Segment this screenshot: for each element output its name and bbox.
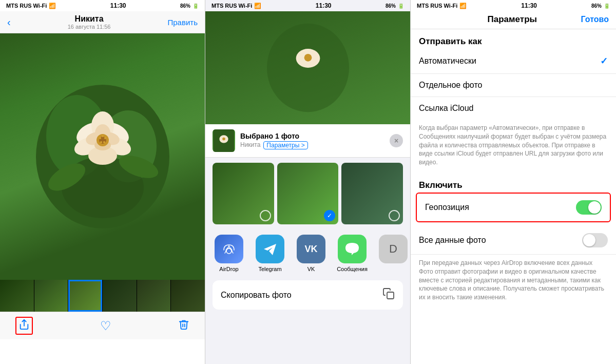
option-single-photo[interactable]: Отдельное фото [411,74,616,97]
vk-text: VK [304,244,317,255]
status-right-3: 86% 🔋 [591,3,610,9]
messages-label: Сообщения [337,266,368,272]
time-2: 11:30 [316,2,332,9]
photo-date: 16 августа 11:56 [68,24,111,30]
back-chevron-icon: ‹ [7,16,11,28]
flower-svg [36,85,169,228]
more-dots: D [389,242,397,256]
app-item-more[interactable]: D [377,235,410,272]
copy-photo-label: Скопировать фото [221,291,292,300]
share-button[interactable] [15,317,33,335]
include-section: Включить [411,173,616,193]
app-item-telegram[interactable]: Telegram [254,235,286,272]
status-left-3: MTS RUS Wi-Fi 📶 [417,3,467,9]
svg-rect-33 [387,292,394,299]
svg-point-31 [222,138,225,141]
photos-grid: ✓ [205,158,410,229]
carrier-3: MTS RUS Wi-Fi [417,3,457,9]
battery-icon-2: 🔋 [398,3,404,9]
thumbnail-1[interactable] [0,280,34,312]
all-data-toggle-knob [583,234,595,246]
share-apps-row: AirDrop Telegram VK VK Сообще [205,229,410,277]
telegram-label: Telegram [258,266,281,272]
share-title: Выбрано 1 фото [240,132,384,140]
time-1: 11:30 [110,2,126,9]
airdrop-icon [215,235,243,263]
app-item-messages[interactable]: Сообщения [336,235,369,272]
grid-photo-3[interactable] [341,163,403,224]
status-bar-3: MTS RUS Wi-Fi 📶 11:30 86% 🔋 [411,0,616,11]
grid-photo-2[interactable]: ✓ [277,163,339,224]
back-button-1[interactable]: ‹ [7,16,11,28]
thumbnail-5[interactable] [137,280,171,312]
phone2-share-sheet: MTS RUS Wi-Fi 📶 11:30 86% 🔋 Выбрано 1 фо… [205,0,411,364]
all-data-toggle[interactable] [582,233,608,247]
select-checkmark-2: ✓ [324,210,335,221]
thumbnail-strip [0,280,205,312]
status-left-2: MTS RUS Wi-Fi 📶 [211,3,261,9]
time-3: 11:30 [521,2,537,9]
geo-row: Геопозиция [416,193,611,222]
edit-button-1[interactable]: Править [168,18,198,27]
wifi-icon: 📶 [49,3,56,9]
wifi-icon-2: 📶 [254,3,261,9]
more-icon: D [379,235,408,263]
svg-point-23 [100,141,102,143]
grid-photo-1[interactable] [213,163,274,224]
status-bar-1: MTS RUS Wi-Fi 📶 11:30 86% 🔋 [0,0,205,11]
settings-nav: Параметры Готово [411,11,616,29]
phone1-photo-viewer: MTS RUS Wi-Fi 📶 11:30 86% 🔋 ‹ Никита 16 … [0,0,205,364]
telegram-icon [256,235,284,263]
settings-title: Параметры [444,14,581,25]
close-button[interactable]: × [390,134,403,147]
svg-point-21 [104,137,106,139]
select-circle-1 [260,210,271,221]
app-item-airdrop[interactable]: AirDrop [213,235,245,272]
battery-pct-3: 86% [591,3,602,9]
toggle-knob [588,201,601,214]
send-as-section: Отправить как [411,29,616,49]
copy-icon [382,288,395,302]
app-item-vk[interactable]: VK VK [295,235,328,272]
vk-label: VK [307,266,315,272]
option-auto-label: Автоматически [419,56,476,66]
copy-photo-action[interactable]: Скопировать фото [213,280,403,310]
params-button[interactable]: Параметры > [263,141,307,149]
done-button[interactable]: Готово [581,15,609,24]
share-info: Выбрано 1 фото Никита Параметры > [240,132,384,149]
option-icloud-label: Ссылка iCloud [419,104,473,113]
status-right-1: 86% 🔋 [180,3,199,9]
svg-point-28 [304,54,312,62]
thumbnail-2[interactable] [34,280,68,312]
thumbnail-3[interactable] [68,280,102,312]
thumbnail-6[interactable] [171,280,205,312]
messages-svg [344,242,360,256]
wifi-icon-3: 📶 [459,3,467,9]
carrier-2: MTS RUS Wi-Fi [211,3,252,9]
airdrop-svg [221,241,237,257]
all-data-row: Все данные фото [411,226,616,255]
option-automatically[interactable]: Автоматически ✓ [411,49,616,74]
phone3-settings: MTS RUS Wi-Fi 📶 11:30 86% 🔋 Параметры Го… [411,0,616,364]
share-header: Выбрано 1 фото Никита Параметры > × [205,124,410,158]
nav-title-1: Никита 16 августа 11:56 [68,14,111,30]
geo-toggle[interactable] [576,200,602,215]
heart-button[interactable]: ♡ [100,319,111,333]
status-left-1: MTS RUS Wi-Fi 📶 [6,3,56,9]
trash-button[interactable] [178,319,189,333]
all-data-label: Все данные фото [419,236,486,245]
option-icloud-link[interactable]: Ссылка iCloud [411,97,616,120]
telegram-svg [262,241,278,257]
nav-bar-1: ‹ Никита 16 августа 11:56 Править [0,11,205,33]
geo-label: Геопозиция [425,203,469,212]
svg-point-22 [102,135,104,137]
option-single-label: Отдельное фото [419,81,482,90]
thumbnail-4[interactable] [103,280,137,312]
share-photo-thumb [213,129,235,152]
send-as-description: Когда выбран параметр «Автоматически», п… [411,120,616,173]
main-photo-1 [0,33,205,280]
airdrop-label: AirDrop [219,266,238,272]
checkmark-auto: ✓ [600,55,608,67]
battery-icon-1: 🔋 [192,3,199,9]
svg-point-24 [103,141,105,143]
